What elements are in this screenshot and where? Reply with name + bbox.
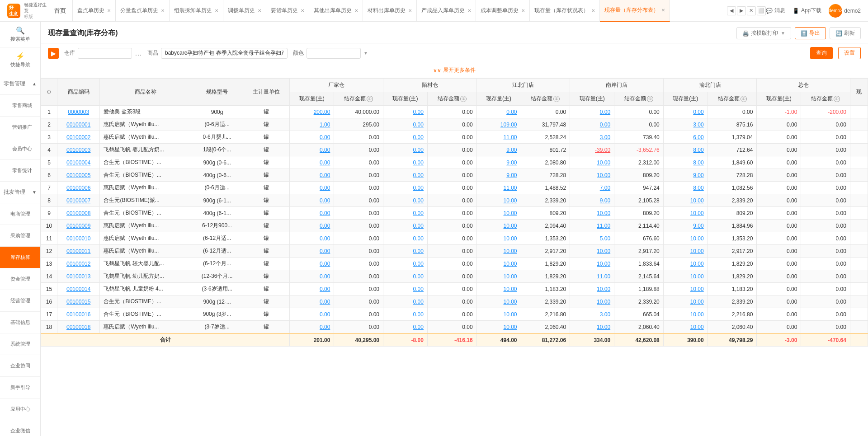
row-yubei-qty[interactable]: 10.00 [663,270,708,283]
row-chanjia-qty[interactable]: 0.00 [290,232,334,245]
tab-close[interactable]: ✕ [161,8,165,13]
tab-close[interactable]: ✕ [215,8,218,13]
row-nanan-qty[interactable]: 10.00 [570,156,614,169]
tab-现存量库存状况表[interactable]: 现存量（库存状况表） ✕ [530,0,600,22]
tab-要货单历史[interactable]: 要货单历史 ✕ [266,0,309,22]
row-code[interactable]: 00100012 [57,258,100,270]
row-code[interactable]: 00100008 [57,207,100,220]
tab-组装拆卸单历史[interactable]: 组装拆卸单历史 ✕ [170,0,223,22]
row-yubei-qty[interactable]: 10.00 [663,308,708,321]
row-yubei-qty[interactable]: 10.00 [663,245,708,258]
row-yubei-qty[interactable]: 9.00 [663,220,708,232]
row-nanan-qty[interactable]: 10.00 [570,258,614,270]
sidebar-item-wholesale[interactable]: 批发管理 ▼ [0,182,40,203]
row-yubei-qty[interactable]: 8.00 [663,182,708,194]
sidebar-item-inventory[interactable]: 库存核算 [0,247,40,268]
row-chanjia-qty[interactable]: 0.00 [290,144,334,156]
row-code[interactable]: 00100003 [57,144,100,156]
row-yubei-qty[interactable]: 3.00 [663,118,708,131]
row-chanjia-qty[interactable]: 0.00 [290,321,334,334]
row-yubei-qty[interactable]: 8.00 [663,156,708,169]
sidebar-item-retail[interactable]: 零售管理 ▲ [0,73,40,95]
row-mucun-qty[interactable]: 0.00 [383,220,428,232]
row-nanan-qty[interactable]: 0.00 [570,106,614,118]
row-chanjia-qty[interactable]: 0.00 [290,194,334,207]
row-nanan-qty[interactable]: 5.00 [570,232,614,245]
row-code[interactable]: 00100007 [57,194,100,207]
info-icon[interactable]: ① [367,96,373,102]
row-yubei-qty[interactable]: 9.00 [663,169,708,182]
row-nanan-qty[interactable]: 9.00 [570,194,614,207]
row-jiangbei-qty[interactable]: 9.00 [476,156,521,169]
row-mucun-qty[interactable]: 0.00 [383,144,428,156]
tab-close[interactable]: ✕ [521,8,525,13]
row-code[interactable]: 00100015 [57,295,100,308]
more-conditions-btn[interactable]: ∨∨ 展开更多条件 [433,66,476,74]
sidebar-item-system[interactable]: 系统管理 [0,333,40,355]
info-icon-2[interactable]: ① [460,96,467,102]
sidebar-item-quicknav[interactable]: ⚡ 快捷导航 [0,47,40,73]
tab-close[interactable]: ✕ [591,8,595,13]
table-container[interactable]: ⚙ 商品编码 商品名称 规格型号 主计量单位 厂家仓 陌村仓 江北门店 南岸门店… [41,78,868,436]
row-jiangbei-qty[interactable]: 9.00 [476,144,521,156]
tab-close[interactable]: ✕ [467,8,471,13]
row-nanan-qty[interactable]: 7.00 [570,182,614,194]
row-code[interactable]: 00100009 [57,220,100,232]
row-code[interactable]: 00100002 [57,131,100,144]
row-mucun-qty[interactable]: 0.00 [383,295,428,308]
row-jiangbei-qty[interactable]: 10.00 [476,295,521,308]
row-mucun-qty[interactable]: 0.00 [383,194,428,207]
sidebar-item-guide[interactable]: 新手引导 [0,377,40,398]
row-chanjia-qty[interactable]: 0.00 [290,308,334,321]
tab-产成品入库单历史[interactable]: 产成品入库单历史 ✕ [417,0,476,22]
row-yubei-qty[interactable]: 0.00 [663,106,708,118]
row-chanjia-qty[interactable]: 0.00 [290,283,334,295]
row-mucun-qty[interactable]: 0.00 [383,283,428,295]
row-code[interactable]: 0000003 [57,106,100,118]
row-code[interactable]: 00100011 [57,245,100,258]
row-mucun-qty[interactable]: 0.00 [383,118,428,131]
row-nanan-qty[interactable]: 11.00 [570,270,614,283]
row-nanan-qty[interactable]: 10.00 [570,295,614,308]
row-jiangbei-qty[interactable]: 10.00 [476,194,521,207]
row-mucun-qty[interactable]: 0.00 [383,156,428,169]
sidebar-item-members[interactable]: 会员中心 [0,138,40,160]
nav-next[interactable]: ▶ [737,6,746,15]
nav-prev[interactable]: ◀ [727,6,736,15]
tab-现存量库存分布表[interactable]: 现存量（库存分布表） ✕ [600,0,670,22]
row-yubei-qty[interactable]: 10.00 [663,194,708,207]
row-jiangbei-qty[interactable]: 10.00 [476,220,521,232]
print-btn[interactable]: 🖨️ 按模版打印 ▼ [736,27,791,39]
warehouse-input[interactable] [78,48,132,59]
row-mucun-qty[interactable]: 0.00 [383,258,428,270]
row-nanan-qty[interactable]: 11.00 [570,220,614,232]
row-chanjia-qty[interactable]: 0.00 [290,182,334,194]
refresh-btn[interactable]: 🔄 刷新 [830,27,861,39]
row-jiangbei-qty[interactable]: 10.00 [476,283,521,295]
expand-filter-btn[interactable]: ▶ [48,48,59,59]
sidebar-item-collab[interactable]: 企业协同 [0,355,40,377]
row-yubei-qty[interactable]: 10.00 [663,321,708,334]
color-dropdown-arrow[interactable]: ▼ [363,51,368,56]
row-yubei-qty[interactable]: 6.00 [663,131,708,144]
row-code[interactable]: 00100010 [57,232,100,245]
tab-盘点单历史[interactable]: 盘点单历史 ✕ [73,0,116,22]
row-jiangbei-qty[interactable]: 0.00 [476,106,521,118]
row-jiangbei-qty[interactable]: 9.00 [476,169,521,182]
row-jiangbei-qty[interactable]: 11.00 [476,131,521,144]
row-chanjia-qty[interactable]: 0.00 [290,207,334,220]
sidebar-item-marketing[interactable]: 营销推广 [0,117,40,138]
row-chanjia-qty[interactable]: 0.00 [290,131,334,144]
export-btn[interactable]: ⬆️ 导出 [795,27,826,39]
row-nanan-qty[interactable]: 10.00 [570,169,614,182]
info-icon-4[interactable]: ① [647,96,653,102]
nav-close[interactable]: ✕ [747,6,756,15]
info-icon-3[interactable]: ① [553,96,560,102]
row-nanan-qty[interactable]: -39.00 [570,144,614,156]
row-mucun-qty[interactable]: 0.00 [383,131,428,144]
tab-close[interactable]: ✕ [354,8,358,13]
row-mucun-qty[interactable]: 0.00 [383,245,428,258]
row-code[interactable]: 00100018 [57,321,100,334]
sidebar-item-basics[interactable]: 基础信息 [0,312,40,333]
tab-close[interactable]: ✕ [258,8,261,13]
